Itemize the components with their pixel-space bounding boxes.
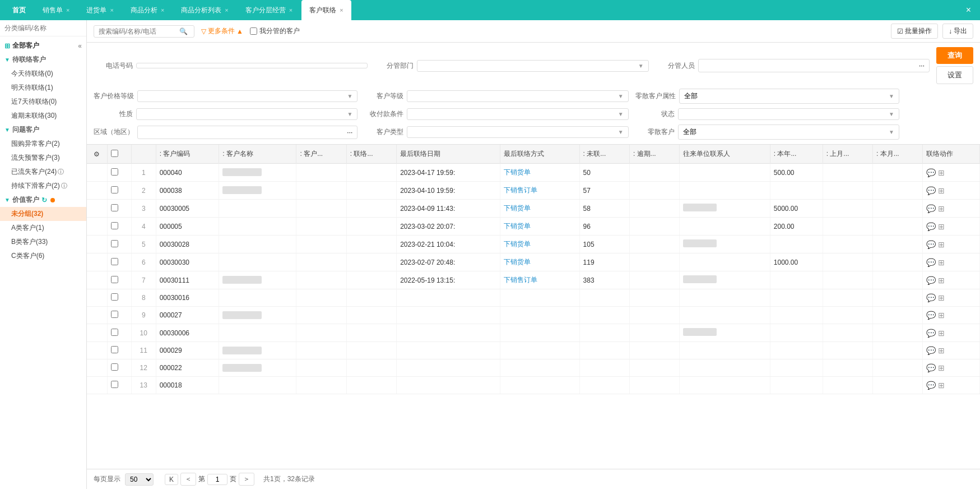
row-settings[interactable] — [87, 164, 107, 182]
tab-customer-contact[interactable]: 客户联络 × — [301, 0, 351, 20]
th-settings[interactable]: ⚙ — [87, 145, 107, 164]
refresh-icon[interactable]: ↻ — [41, 196, 47, 204]
row-checkbox[interactable] — [111, 346, 118, 353]
prev-page-btn[interactable]: ＜ — [180, 473, 196, 486]
message-icon[interactable]: 💬 — [926, 381, 936, 390]
contact-way-link[interactable]: 下销售订单 — [504, 186, 537, 194]
scatter-attr-select[interactable]: 全部 ▼ — [679, 89, 899, 104]
row-settings[interactable] — [87, 342, 107, 359]
reset-button[interactable]: 设置 — [936, 66, 973, 84]
row-checkbox[interactable] — [111, 168, 118, 176]
phone-input[interactable] — [136, 63, 368, 68]
tab-product-analysis[interactable]: 商品分析 × — [123, 0, 172, 20]
contact-way-link[interactable]: 下销货单 — [504, 204, 531, 212]
message-icon[interactable]: 💬 — [926, 204, 936, 213]
th-overdue[interactable]: : 逾期... — [629, 145, 679, 164]
select-all-checkbox[interactable] — [111, 150, 118, 157]
contact-way-link[interactable]: 下销货单 — [504, 168, 531, 176]
my-customers-checkbox[interactable] — [250, 27, 257, 35]
customer-level-select[interactable]: ▼ — [407, 90, 628, 102]
sidebar-search-input[interactable] — [4, 24, 87, 32]
row-checkbox[interactable] — [111, 186, 118, 193]
nature-select[interactable]: ▼ — [136, 108, 357, 120]
th-this-year[interactable]: : 本年... — [770, 145, 823, 164]
contact-way-link[interactable]: 下销货单 — [504, 222, 531, 230]
grid-action-icon[interactable]: ⊞ — [938, 258, 945, 267]
dept-select[interactable]: ▼ — [417, 60, 648, 72]
row-checkbox[interactable] — [111, 363, 118, 371]
th-checkbox[interactable] — [107, 145, 131, 164]
row-settings[interactable] — [87, 289, 107, 307]
sidebar-item-ungroup[interactable]: 未分组(32) — [0, 207, 86, 221]
row-checkbox[interactable] — [111, 329, 118, 336]
row-last-contact-way[interactable] — [500, 359, 580, 377]
th-last-month[interactable]: : 上月... — [823, 145, 872, 164]
message-icon[interactable]: 💬 — [926, 311, 936, 320]
row-settings[interactable] — [87, 182, 107, 200]
sidebar-item-7days[interactable]: 近7天待联络(0) — [0, 95, 86, 109]
row-settings[interactable] — [87, 307, 107, 324]
price-level-select[interactable]: ▼ — [137, 90, 357, 102]
row-last-contact-way[interactable]: 下销售订单 — [500, 182, 580, 200]
grid-action-icon[interactable]: ⊞ — [938, 329, 945, 338]
message-icon[interactable]: 💬 — [926, 258, 936, 267]
row-last-contact-way[interactable] — [500, 324, 580, 342]
tab-purchase-close[interactable]: × — [110, 7, 113, 13]
person-select[interactable]: ··· — [698, 59, 930, 72]
sidebar-item-declining[interactable]: 持续下滑客户(2) ⓘ — [0, 179, 86, 193]
sidebar-item-b-class[interactable]: B类客户(33) — [0, 235, 86, 249]
batch-op-button[interactable]: ☑ 批量操作 — [891, 24, 938, 39]
my-customers-checkbox-label[interactable]: 我分管的客户 — [250, 26, 300, 36]
grid-action-icon[interactable]: ⊞ — [938, 276, 945, 285]
region-select[interactable]: ··· — [137, 126, 357, 139]
row-settings[interactable] — [87, 200, 107, 218]
message-icon[interactable]: 💬 — [926, 240, 936, 249]
message-icon[interactable]: 💬 — [926, 293, 936, 302]
tab-sales[interactable]: 销售单 × — [35, 0, 77, 20]
tab-customer-contact-close[interactable]: × — [340, 7, 343, 13]
search-input[interactable] — [99, 27, 177, 35]
tab-purchase[interactable]: 进货单 × — [78, 0, 121, 20]
grid-action-icon[interactable]: ⊞ — [938, 311, 945, 320]
window-close-button[interactable]: × — [962, 3, 976, 17]
tab-customer-tier-close[interactable]: × — [289, 7, 292, 13]
row-settings[interactable] — [87, 271, 107, 289]
contact-way-link[interactable]: 下销货单 — [504, 258, 531, 266]
row-last-contact-way[interactable]: 下销货单 — [500, 200, 580, 218]
sidebar-item-abnormal[interactable]: 囤购异常客户(2) — [0, 137, 86, 151]
row-last-contact-way[interactable]: 下销货单 — [500, 253, 580, 271]
tab-sales-close[interactable]: × — [66, 7, 69, 13]
row-checkbox[interactable] — [111, 258, 118, 265]
tab-customer-tier[interactable]: 客户分层经营 × — [238, 0, 300, 20]
row-checkbox[interactable] — [111, 204, 118, 211]
row-settings[interactable] — [87, 377, 107, 394]
query-button[interactable]: 查询 — [936, 47, 973, 64]
customer-type-select[interactable]: ▼ — [407, 126, 628, 138]
score-group-header[interactable]: ▼ 价值客户 ↻ — [0, 193, 86, 207]
tab-home[interactable]: 首页 — [4, 0, 34, 20]
message-icon[interactable]: 💬 — [926, 276, 936, 285]
th-last-contact-date[interactable]: 最后联络日期 — [397, 145, 500, 164]
row-last-contact-way[interactable]: 下销货单 — [500, 164, 580, 182]
problem-group-header[interactable]: ▼ 问题客户 — [0, 123, 86, 137]
contact-way-link[interactable]: 下销货单 — [504, 240, 531, 248]
sidebar-item-a-class[interactable]: A类客户(1) — [0, 221, 86, 235]
th-code[interactable]: : 客户编码 — [156, 145, 219, 164]
th-no-contact[interactable]: : 未联... — [579, 145, 629, 164]
more-conditions-btn[interactable]: ▽ 更多条件 ▲ — [201, 26, 243, 36]
th-last-contact-way[interactable]: 最后联络方式 — [500, 145, 580, 164]
row-last-contact-way[interactable] — [500, 342, 580, 359]
sidebar-collapse-btn[interactable]: « — [78, 42, 82, 50]
sidebar-item-c-class[interactable]: C类客户(6) — [0, 249, 86, 263]
export-button[interactable]: ↓ 导出 — [942, 24, 973, 39]
grid-action-icon[interactable]: ⊞ — [938, 204, 945, 213]
message-icon[interactable]: 💬 — [926, 329, 936, 338]
row-last-contact-way[interactable]: 下销货单 — [500, 218, 580, 236]
tab-product-analysis-list-close[interactable]: × — [225, 7, 228, 13]
grid-action-icon[interactable]: ⊞ — [938, 363, 945, 372]
payment-select[interactable]: ▼ — [407, 108, 628, 120]
sidebar-item-today[interactable]: 今天待联络(0) — [0, 67, 86, 81]
scatter-customer-select[interactable]: 全部 ▼ — [678, 124, 899, 140]
row-checkbox[interactable] — [111, 311, 118, 318]
grid-action-icon[interactable]: ⊞ — [938, 240, 945, 249]
